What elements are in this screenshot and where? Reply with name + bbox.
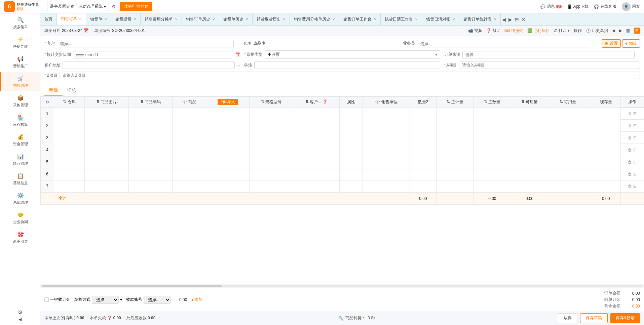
col-header-spec[interactable]: ⇅ 规格型号 [249, 97, 293, 108]
delete-icon[interactable]: 🗑 [628, 111, 632, 116]
row-attribute-1[interactable] [340, 108, 363, 120]
tab-sales-order[interactable]: 销售订单 ✕ [57, 13, 86, 26]
col-header-main-qty[interactable]: ⇅ 主数量 [473, 97, 511, 108]
tab-detail[interactable]: 明细 [44, 85, 63, 96]
row-sales-unit-3[interactable] [363, 132, 410, 144]
col-header-warehouse[interactable]: ⇅ 仓库 [54, 97, 85, 108]
settings-button[interactable]: ⚙ 设置 [602, 39, 621, 48]
history-button[interactable]: 🕐 历史单据 [586, 28, 608, 34]
col-header-attribute[interactable]: 属性 [340, 97, 363, 108]
row-product-code-2[interactable] [128, 120, 173, 132]
profit-button[interactable]: 💹 毛利预估 [527, 28, 550, 34]
more-icon[interactable]: ··· [172, 297, 175, 302]
scroll-bar[interactable] [40, 284, 644, 288]
tab-sales-order-history[interactable]: 销售订单历史 ✕ [182, 13, 219, 26]
account-select[interactable]: 选择... [144, 296, 171, 304]
row-attribute-3[interactable] [340, 132, 363, 144]
row-main-qty-2[interactable] [473, 120, 511, 132]
row-product-3[interactable] [173, 132, 206, 144]
tab-close-icon[interactable]: ✕ [452, 17, 455, 21]
row-main-unit-2[interactable] [437, 120, 474, 132]
row-available2-1[interactable] [548, 108, 591, 120]
sidebar-collapse-icon[interactable]: ◀ [18, 317, 22, 322]
sidebar-item-inventory[interactable]: 🏪 库存核算 [0, 111, 40, 130]
row-attribute-2[interactable] [340, 120, 363, 132]
sidebar-item-finance[interactable]: 💰 资金管理 [0, 130, 40, 150]
scroll-thumb[interactable] [42, 285, 222, 287]
copy-icon[interactable]: ⊞ [633, 135, 637, 140]
sidebar-item-operations[interactable]: 📊 经营管理 [0, 150, 40, 169]
row-product-1[interactable] [173, 108, 206, 120]
scroll-track[interactable] [42, 285, 643, 287]
copy-icon[interactable]: ⊞ [633, 111, 637, 116]
row-customer-code-1[interactable] [293, 108, 340, 120]
row-available1-1[interactable] [511, 108, 548, 120]
warehouse-more-icon[interactable]: ··· [267, 41, 271, 46]
col-header-sales-unit[interactable]: ⇅ *销售单位 [363, 97, 410, 108]
grid-view-icon[interactable]: ▦ [626, 28, 630, 33]
sidebar-settings-icon[interactable]: ⚙ [18, 309, 23, 316]
row-main-qty-3[interactable] [473, 132, 511, 144]
tab-expand[interactable]: ⊞ [514, 17, 520, 22]
row-available1-2[interactable] [511, 120, 548, 132]
online-service-button[interactable]: 🎧 在线客服 [594, 4, 616, 9]
col-header-available1[interactable]: ⇅ 可用量 [511, 97, 548, 108]
tab-summary[interactable]: 汇总 [63, 85, 81, 96]
row-main-unit-3[interactable] [437, 132, 474, 144]
salesperson-more-icon[interactable]: ··· [594, 41, 598, 46]
save-draft-button[interactable]: 保存草稿 [580, 313, 608, 323]
col-header-product[interactable]: ⇅ *商品 [173, 97, 206, 108]
sidebar-item-base-info[interactable]: 📋 基础信息 [0, 169, 40, 189]
row-spec-2[interactable] [249, 120, 293, 132]
tab-close-icon[interactable]: ✕ [104, 17, 107, 21]
tab-sales-return[interactable]: 销货退货 ✕ [111, 13, 141, 26]
col-header-available2[interactable]: ⇅ 可用量... [548, 97, 591, 108]
row-product-image-2[interactable] [84, 120, 128, 132]
solution-button[interactable]: 体验行业方案 [120, 2, 152, 11]
sidebar-item-sales[interactable]: 🛒 销售管理 [0, 72, 40, 91]
order-source-input[interactable] [462, 51, 635, 58]
tab-close-icon[interactable]: ✕ [332, 17, 335, 21]
address-more-icon[interactable]: ··· [237, 63, 240, 68]
tab-close-icon[interactable]: ✕ [374, 17, 376, 21]
row-warehouse-2[interactable] [54, 120, 85, 132]
customer-address-input[interactable] [63, 62, 235, 69]
col-header-qty2[interactable]: 数量2 [410, 97, 437, 108]
a-project-input[interactable] [459, 62, 640, 69]
sidebar-item-system[interactable]: ⚙️ 系统管理 [0, 189, 40, 208]
remarks-input[interactable] [254, 62, 440, 69]
message-button[interactable]: 💬 消息 8 [540, 4, 562, 9]
user-menu[interactable]: 👤 用友 [622, 2, 640, 11]
operation-button[interactable]: 操作 [574, 28, 582, 34]
tab-invoice-history[interactable]: 销货单历史 ✕ [219, 13, 253, 26]
delete-icon[interactable]: 🗑 [628, 148, 632, 152]
delete-icon[interactable]: 🗑 [628, 160, 632, 164]
customer-input[interactable] [57, 40, 234, 47]
sidebar-item-purchase[interactable]: 📦 采购管理 [0, 91, 40, 111]
row-spec-3[interactable] [249, 132, 293, 144]
system-selector[interactable]: 装备及固定资产辅助管理系统 ▾ [47, 2, 109, 11]
row-sales-unit-1[interactable] [363, 108, 410, 120]
tab-next[interactable]: ▶ [507, 17, 514, 22]
invoice-type-select[interactable]: 不开票 ▾ [265, 50, 440, 59]
copy-icon[interactable]: ⊞ [633, 172, 637, 176]
tab-daily-reconcile[interactable]: 钱货日清对账 ✕ [422, 13, 459, 26]
tab-close-icon[interactable]: ✕ [175, 17, 178, 21]
one-click-payment-checkbox[interactable]: 一键收订金 [44, 297, 70, 302]
salesperson-input[interactable] [417, 40, 592, 47]
copy-icon[interactable]: ⊞ [633, 148, 637, 152]
copy-icon[interactable]: ⊞ [633, 123, 637, 128]
row-qty2-3[interactable] [410, 132, 437, 144]
tab-order-workbench[interactable]: 销售订单工作台 ✕ [339, 13, 381, 26]
row-stock-3[interactable] [591, 132, 620, 144]
row-available2-2[interactable] [548, 120, 591, 132]
customer-more-icon[interactable]: ··· [236, 41, 239, 46]
tab-daily-workbench[interactable]: 钱货日清工作台 ✕ [381, 13, 422, 26]
settings-icon[interactable]: ⚙ [112, 4, 116, 9]
row-product-code-3[interactable] [128, 132, 173, 144]
tab-close-icon[interactable]: ✕ [134, 17, 136, 21]
delete-icon[interactable]: 🗑 [628, 123, 632, 128]
row-spec-1[interactable] [249, 108, 293, 120]
delete-icon[interactable]: 🗑 [628, 184, 632, 189]
expand-view-icon[interactable]: ⊞ [634, 28, 640, 34]
